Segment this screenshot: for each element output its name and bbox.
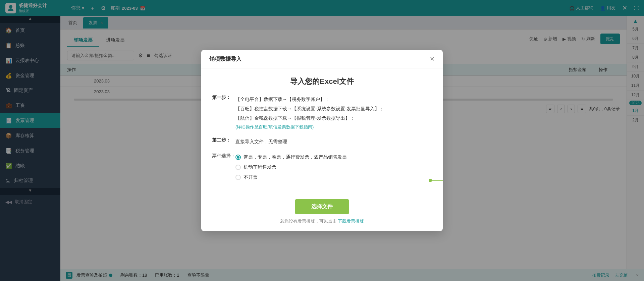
modal-import: 销项数据导入 ✕ 导入您的Excel文件 第一步： 【全电平台】数据下载→【税务… [201,50,443,231]
step1-line2: 【百旺】税控盘数据下载→【系统设置-系统参数设置-发票批量导入】； [235,104,432,113]
step2-text: 直接导入文件，无需整理 [235,137,287,146]
ticket-option-motor[interactable]: 机动车销售发票 现在支持的票种多了，导入发票时别忘了选择正确的发票类型呀! × [235,164,432,170]
select-file-btn[interactable]: 选择文件 [295,199,349,214]
step1-line1: 【全电平台】数据下载→【税务数字账户】； [235,95,432,104]
ticket-radio-group: 普票，专票，卷票，通行费发票，农产品销售发票 机动车销售发票 [235,154,432,180]
guide-link[interactable]: (详细操作见百旺/航信发票数据下载指南) [235,124,314,129]
modal-title: 销项数据导入 [209,56,241,63]
modal-body: 导入您的Excel文件 第一步： 【全电平台】数据下载→【税务数字账户】； 【百… [201,68,443,194]
ticket-label: 票种选择： [212,153,235,159]
tooltip-line [432,180,443,181]
template-link-area: 若您没有发票模版，可以点击 下载发票模版 [209,218,435,224]
step1-label: 第一步： [212,95,235,101]
modal-footer: 选择文件 若您没有发票模版，可以点击 下载发票模版 [201,194,443,231]
step1-block: 第一步： 【全电平台】数据下载→【税务数字账户】； 【百旺】税控盘数据下载→【系… [212,95,432,130]
download-template-link[interactable]: 下载发票模版 [338,219,364,224]
ticket-option-normal-label: 普票，专票，卷票，通行费发票，农产品销售发票 [244,154,347,160]
ticket-option-noticket[interactable]: 不开票 [235,174,432,180]
step2-label: 第二步： [212,137,235,143]
ticket-option-normal[interactable]: 普票，专票，卷票，通行费发票，农产品销售发票 [235,154,432,160]
step2-block: 第二步： 直接导入文件，无需整理 [212,137,432,146]
modal-overlay: 销项数据导入 ✕ 导入您的Excel文件 第一步： 【全电平台】数据下载→【税务… [0,0,644,281]
step1-line3: 【航信】金税盘数据下载→【报税管理-发票数据导出】； [235,113,432,123]
radio-normal [235,155,241,160]
radio-noticket [235,175,241,180]
modal-header: 销项数据导入 ✕ [201,50,443,68]
modal-main-title: 导入您的Excel文件 [212,76,432,87]
tooltip-connector: 现在支持的票种多了，导入发票时别忘了选择正确的发票类型呀! × [429,167,443,194]
ticket-selection: 票种选择： 普票，专票，卷票，通行费发票，农产品销售发票 机动车销售发 [212,153,432,180]
radio-motor [235,165,241,170]
ticket-option-motor-label: 机动车销售发票 [244,164,276,170]
modal-close-btn[interactable]: ✕ [430,55,435,63]
ticket-option-noticket-label: 不开票 [244,174,258,180]
tooltip-dot [429,179,432,182]
